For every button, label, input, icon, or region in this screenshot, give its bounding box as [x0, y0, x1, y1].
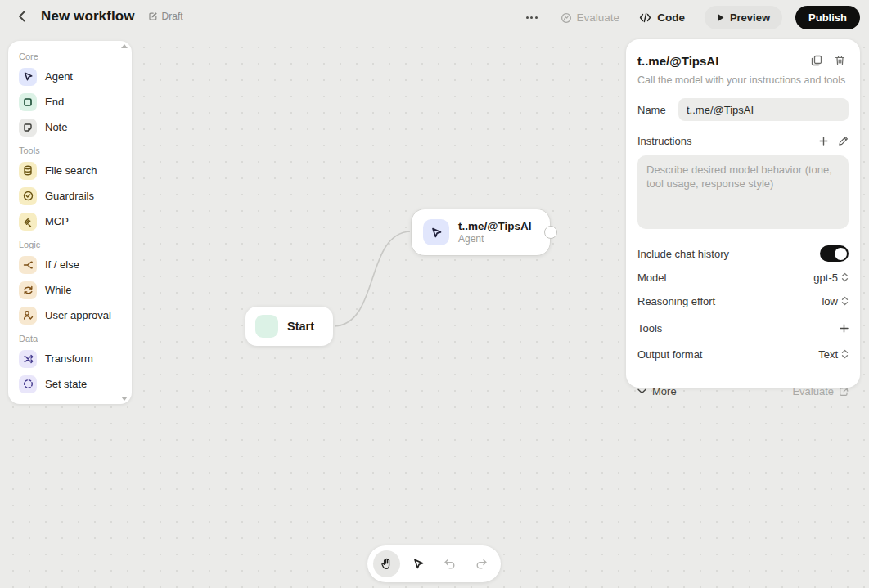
back-button[interactable]	[11, 7, 31, 26]
name-label: Name	[637, 104, 678, 116]
play-icon	[255, 315, 278, 338]
select-tool-button[interactable]	[405, 550, 432, 577]
reasoning-select[interactable]: low	[822, 295, 849, 307]
add-tool-button[interactable]	[840, 324, 849, 333]
evaluate-label: Evaluate	[577, 11, 620, 24]
user-check-icon	[19, 307, 37, 325]
section-label-data: Data	[19, 333, 127, 345]
output-format-value: Text	[818, 348, 838, 361]
section-label-logic: Logic	[19, 239, 127, 251]
pencil-icon	[838, 136, 849, 146]
palette-item-label: Set state	[45, 378, 87, 390]
output-format-select[interactable]: Text	[818, 348, 849, 361]
trash-icon	[835, 55, 845, 66]
palette-item-label: If / else	[45, 258, 79, 271]
palette-item-note[interactable]: Note	[19, 114, 127, 140]
more-expander[interactable]: More	[637, 385, 677, 397]
output-format-label: Output format	[637, 348, 702, 361]
chat-history-toggle[interactable]	[820, 245, 849, 262]
draft-label: Draft	[162, 11, 183, 22]
preview-button[interactable]: Preview	[705, 6, 782, 29]
palette-item-label: MCP	[45, 215, 69, 227]
node-palette: Core Agent End Note Tools File search Gu…	[8, 41, 132, 404]
note-icon	[19, 119, 37, 137]
publish-label: Publish	[808, 11, 847, 24]
palette-item-mcp[interactable]: MCP	[19, 209, 127, 234]
evaluate-link-label: Evaluate	[792, 385, 834, 397]
palette-item-while[interactable]: While	[19, 277, 127, 303]
start-node[interactable]: Start	[245, 307, 333, 346]
agent-node-subtitle: Agent	[458, 233, 531, 245]
undo-button[interactable]	[436, 550, 463, 577]
database-icon	[19, 162, 37, 180]
more-label: More	[652, 385, 677, 397]
reasoning-value: low	[822, 295, 838, 307]
add-instruction-button[interactable]	[819, 137, 828, 146]
start-node-label: Start	[287, 320, 314, 333]
instructions-label: Instructions	[637, 135, 691, 147]
hand-icon	[380, 558, 393, 571]
cursor-arrow-icon	[423, 219, 449, 245]
code-label: Code	[657, 11, 685, 24]
palette-item-transform[interactable]: Transform	[19, 346, 127, 371]
gauge-circle-icon	[561, 12, 572, 24]
updown-chevrons-icon	[841, 272, 849, 282]
palette-item-user-approval[interactable]: User approval	[19, 303, 127, 328]
external-link-icon	[839, 387, 849, 397]
dashed-circle-icon	[19, 375, 37, 393]
updown-chevrons-icon	[841, 296, 849, 306]
palette-item-if-else[interactable]: If / else	[19, 252, 127, 277]
palette-item-label: Note	[45, 121, 67, 133]
palette-item-label: User approval	[45, 309, 111, 321]
loop-icon	[19, 281, 37, 299]
palette-item-label: Transform	[45, 352, 93, 365]
delete-button[interactable]	[831, 52, 849, 70]
palette-item-label: File search	[45, 164, 97, 177]
scroll-down-icon[interactable]	[121, 397, 128, 401]
updown-chevrons-icon	[841, 349, 849, 359]
agent-node[interactable]: t..me/@TipsAI Agent	[411, 209, 551, 256]
palette-item-end[interactable]: End	[19, 89, 127, 114]
palette-item-label: Agent	[45, 70, 73, 83]
shuffle-icon	[19, 350, 37, 368]
plus-icon	[819, 137, 828, 146]
duplicate-button[interactable]	[808, 52, 826, 70]
cursor-arrow-icon	[412, 558, 425, 570]
inspector-description: Call the model with your instructions an…	[637, 74, 849, 87]
palette-item-guardrails[interactable]: Guardrails	[19, 183, 127, 209]
chevron-left-icon	[18, 11, 25, 22]
chat-history-label: Include chat history	[637, 248, 729, 260]
duplicate-icon	[811, 55, 822, 66]
plus-icon	[840, 324, 849, 333]
topbar: New workflow Draft Evaluate Code Preview…	[0, 0, 869, 36]
canvas-toolbar	[367, 545, 501, 582]
more-menu-button[interactable]	[523, 13, 541, 22]
agent-node-title: t..me/@TipsAI	[458, 219, 531, 233]
divider	[636, 375, 850, 375]
connection-port[interactable]	[544, 226, 557, 239]
name-input[interactable]	[678, 98, 849, 121]
pencil-square-icon	[148, 11, 158, 21]
inspector-title: t..me/@TipsAI	[637, 54, 803, 68]
hand-tool-button[interactable]	[373, 550, 400, 577]
scroll-up-icon[interactable]	[121, 44, 128, 48]
model-select[interactable]: gpt-5	[813, 272, 849, 284]
palette-item-label: While	[45, 284, 72, 296]
instructions-textarea[interactable]	[637, 155, 849, 229]
workflow-title[interactable]: New workflow	[41, 8, 135, 25]
palette-item-file-search[interactable]: File search	[19, 158, 127, 183]
palette-item-agent[interactable]: Agent	[19, 64, 127, 89]
code-button[interactable]: Code	[639, 11, 685, 24]
redo-button[interactable]	[468, 550, 495, 577]
redo-icon	[475, 559, 488, 569]
section-label-tools: Tools	[19, 145, 127, 157]
palette-item-label: Guardrails	[45, 190, 94, 202]
code-brackets-icon	[639, 12, 651, 23]
section-label-core: Core	[19, 51, 127, 63]
palette-item-set-state[interactable]: Set state	[19, 371, 127, 397]
evaluate-link[interactable]: Evaluate	[792, 385, 849, 397]
publish-button[interactable]: Publish	[795, 6, 860, 29]
evaluate-button[interactable]: Evaluate	[561, 11, 620, 24]
undo-icon	[444, 559, 456, 569]
edit-instruction-button[interactable]	[838, 136, 849, 146]
